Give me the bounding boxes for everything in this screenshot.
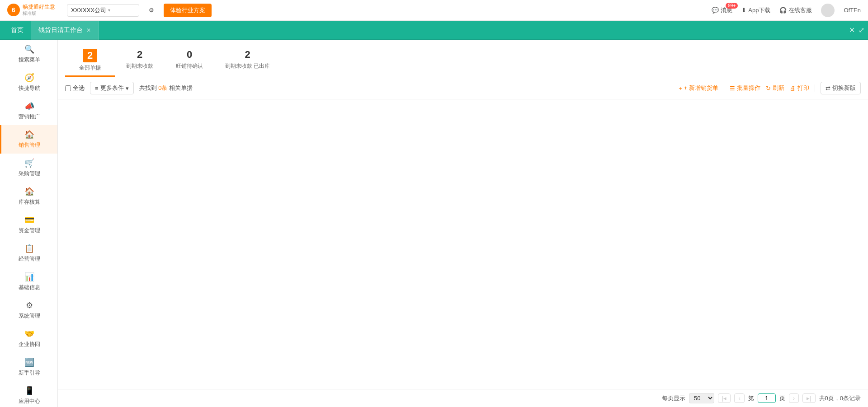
tab-maximize-button[interactable]: ⤢ — [859, 26, 864, 34]
search-icon: 🔍 — [24, 44, 34, 54]
sidebar-item-warehouse[interactable]: 🏠 库存核算 — [0, 182, 57, 211]
stat-label-wangpu: 旺铺待确认 — [176, 62, 203, 70]
settings-button[interactable]: ⚙ — [145, 4, 158, 17]
add-order-button[interactable]: + + 新增销货单 — [679, 84, 718, 92]
sidebar-item-sales[interactable]: 🏠 销售管理 — [0, 125, 57, 154]
more-filter-button[interactable]: ≡ 更多条件 ▾ — [90, 82, 134, 94]
avatar[interactable] — [821, 4, 835, 17]
print-button[interactable]: 🖨 打印 — [790, 84, 809, 92]
switch-version-button[interactable]: ⇄ 切换新版 — [821, 82, 861, 94]
refresh-button[interactable]: ↻ 刷新 — [766, 84, 784, 92]
stat-tab-wangpu[interactable]: 0 旺铺待确认 — [165, 45, 214, 77]
add-label: + 新增销货单 — [684, 84, 718, 92]
manage-icon: 📋 — [24, 243, 34, 253]
sidebar-item-guide[interactable]: 🆕 新手引导 — [0, 353, 57, 381]
sidebar-warehouse-label: 库存核算 — [19, 198, 40, 206]
tab-minimize-button[interactable]: ✕ — [849, 26, 855, 34]
switch-label: 切换新版 — [832, 84, 856, 92]
header-right: 💬 消息 99+ ⬇ App下载 🎧 在线客服 OfTEn — [712, 4, 861, 17]
tab-workbench[interactable]: 钱货日清工作台 ✕ — [31, 21, 99, 40]
stat-label-due: 到期未收款 — [126, 62, 153, 70]
found-prefix: 共找到 — [139, 84, 157, 91]
sidebar-item-cooperate[interactable]: 🤝 企业协同 — [0, 324, 57, 353]
sidebar-item-manage[interactable]: 📋 经营管理 — [0, 239, 57, 267]
sidebar-item-nav[interactable]: 🧭 快捷导航 — [0, 68, 57, 97]
tab-close-icon[interactable]: ✕ — [86, 27, 91, 33]
stat-count-wangpu: 0 — [187, 49, 192, 61]
refresh-icon: ↻ — [766, 85, 771, 92]
per-page-label: 每页显示 — [662, 394, 685, 402]
logo-icon: 6 — [7, 4, 20, 16]
stat-label-all: 全部单据 — [79, 64, 101, 72]
try-plan-button[interactable]: 体验行业方案 — [164, 4, 212, 17]
stat-count-due: 2 — [137, 49, 142, 61]
guide-icon: 🆕 — [24, 357, 34, 367]
warehouse-icon: 🏠 — [24, 187, 34, 196]
last-page-button[interactable]: ▸| — [802, 393, 815, 403]
batch-icon: ☰ — [730, 85, 735, 92]
logo-text: 畅捷通好生意 — [23, 4, 55, 10]
app-download-button[interactable]: ⬇ App下载 — [741, 6, 770, 14]
page-suffix: 页 — [779, 394, 785, 402]
app-download-label: App下载 — [748, 6, 770, 14]
per-page-select[interactable]: 20 50 100 — [689, 393, 714, 403]
company-name: XXXXXX公司 — [71, 6, 106, 14]
service-label: 在线客服 — [788, 6, 812, 14]
sales-icon: 🏠 — [24, 130, 34, 140]
first-page-button[interactable]: |◂ — [718, 393, 731, 403]
toolbar-divider-2 — [815, 84, 815, 92]
logo-area: 6 畅捷通好生意 标准版 — [7, 4, 61, 16]
stat-label-due-out: 到期未收款 已出库 — [225, 62, 270, 70]
found-count: 0条 — [158, 84, 167, 91]
sidebar-search-label: 搜索菜单 — [19, 56, 40, 64]
company-select[interactable]: XXXXXX公司 ▾ — [67, 4, 139, 17]
switch-icon: ⇄ — [826, 85, 830, 92]
found-suffix: 相关单据 — [169, 84, 193, 91]
stat-tab-all[interactable]: 2 全部单据 — [65, 45, 115, 77]
purchase-icon: 🛒 — [24, 158, 34, 168]
message-icon: 💬 — [712, 7, 719, 14]
system-icon: ⚙ — [26, 300, 33, 310]
sidebar-item-search[interactable]: 🔍 搜索菜单 — [0, 40, 57, 68]
tab-home-label: 首页 — [11, 26, 24, 34]
tab-actions: ✕ ⤢ — [849, 26, 864, 34]
toolbar: 全选 ≡ 更多条件 ▾ 共找到 0条 相关单据 + + 新增销货单 — [58, 77, 868, 99]
toolbar-right: + + 新增销货单 ☰ 批量操作 ↻ 刷新 🖨 打印 ⇄ — [679, 82, 861, 94]
tab-home[interactable]: 首页 — [4, 21, 31, 40]
message-badge: 99+ — [726, 3, 738, 9]
service-icon: 🎧 — [779, 7, 787, 14]
online-service-button[interactable]: 🎧 在线客服 — [779, 6, 812, 14]
filter-chevron-icon: ▾ — [126, 85, 129, 92]
sidebar-market-label: 营销推广 — [19, 113, 40, 121]
batch-operation-button[interactable]: ☰ 批量操作 — [730, 84, 760, 92]
sidebar-item-system[interactable]: ⚙ 系统管理 — [0, 296, 57, 324]
print-label: 打印 — [797, 84, 809, 92]
sidebar-item-appCenter[interactable]: 📱 应用中心 — [0, 381, 57, 407]
refresh-label: 刷新 — [773, 84, 784, 92]
sidebar: 🔍 搜索菜单 🧭 快捷导航 📣 营销推广 🏠 销售管理 🛒 采购管理 🏠 库存核… — [0, 40, 58, 407]
select-all-input[interactable] — [65, 85, 71, 91]
sidebar-item-base[interactable]: 📊 基础信息 — [0, 267, 57, 296]
market-icon: 📣 — [24, 101, 34, 111]
download-icon: ⬇ — [741, 7, 746, 14]
pagination: 每页显示 20 50 100 |◂ ‹ 第 页 › ▸| 共0页，0条记录 — [58, 389, 868, 407]
sidebar-appcenter-label: 应用中心 — [19, 398, 40, 405]
stat-tab-due-out[interactable]: 2 到期未收款 已出库 — [214, 45, 281, 77]
logo-badge: 标准版 — [23, 10, 55, 17]
message-button[interactable]: 💬 消息 99+ — [712, 6, 732, 14]
select-all-checkbox[interactable]: 全选 — [65, 84, 85, 92]
page-input[interactable] — [758, 393, 776, 403]
table-area — [58, 99, 868, 389]
sidebar-purchase-label: 采购管理 — [19, 170, 40, 178]
base-icon: 📊 — [24, 272, 34, 282]
stat-tab-due[interactable]: 2 到期未收款 — [115, 45, 165, 77]
sidebar-item-finance[interactable]: 💳 资金管理 — [0, 211, 57, 239]
prev-page-button[interactable]: ‹ — [734, 393, 744, 403]
next-page-button[interactable]: › — [789, 393, 799, 403]
sidebar-item-market[interactable]: 📣 营销推广 — [0, 97, 57, 125]
content-area: 2 全部单据 2 到期未收款 0 旺铺待确认 2 到期未收款 已出库 全选 — [58, 40, 868, 407]
empty-state — [58, 99, 868, 389]
sidebar-item-purchase[interactable]: 🛒 采购管理 — [0, 154, 57, 182]
stats-tabs: 2 全部单据 2 到期未收款 0 旺铺待确认 2 到期未收款 已出库 — [58, 40, 868, 77]
select-all-label: 全选 — [73, 84, 85, 92]
